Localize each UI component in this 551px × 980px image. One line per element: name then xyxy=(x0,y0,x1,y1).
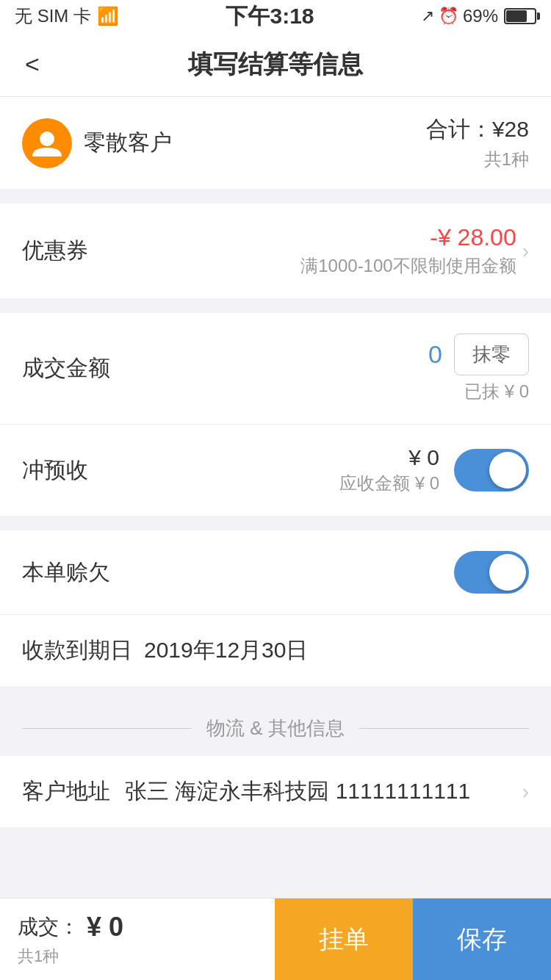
transaction-row: 成交金额 抹零 已抹 ¥ 0 xyxy=(0,313,551,425)
nav-bar: < 填写结算等信息 xyxy=(0,32,551,97)
bottom-deal-label: 成交： xyxy=(18,913,79,941)
location-icon: ↗ xyxy=(421,7,434,26)
coupon-amount: -¥ 28.00 xyxy=(300,224,516,251)
back-button[interactable]: < xyxy=(18,43,47,86)
bottom-info: 成交： ¥ 0 共1种 xyxy=(0,912,275,968)
total-count: 共1种 xyxy=(426,148,529,171)
debt-row: 本单赊欠 xyxy=(0,530,551,614)
battery-icon xyxy=(504,8,536,24)
prereceive-amount: ¥ 0 xyxy=(408,445,439,470)
header-line-left xyxy=(22,728,192,729)
address-label: 客户地址 xyxy=(22,777,110,807)
customer-right: 合计：¥28 共1种 xyxy=(426,115,529,171)
coupon-desc: 满1000-100不限制使用金额 xyxy=(300,254,516,278)
bottom-bar: 成交： ¥ 0 共1种 挂单 保存 xyxy=(0,898,551,980)
header-line-right xyxy=(359,728,529,729)
toggle-knob xyxy=(489,452,526,489)
user-icon xyxy=(31,127,63,159)
coupon-section: 优惠券 -¥ 28.00 满1000-100不限制使用金额 › xyxy=(0,203,551,298)
address-chevron-icon: › xyxy=(522,780,529,804)
prereceive-right: ¥ 0 应收金额 ¥ 0 xyxy=(339,445,529,495)
bottom-count: 共1种 xyxy=(18,945,257,968)
hold-button[interactable]: 挂单 xyxy=(275,898,413,981)
coupon-label: 优惠券 xyxy=(22,236,88,266)
chevron-right-icon: › xyxy=(522,239,529,263)
section-gap-3 xyxy=(0,516,551,530)
debt-section: 本单赊欠 收款到期日 2019年12月30日 xyxy=(0,530,551,686)
duedate-label: 收款到期日 xyxy=(22,635,132,666)
total-amount: 合计：¥28 xyxy=(426,115,529,145)
status-right: ↗ ⏰ 69% xyxy=(421,6,536,26)
transaction-input[interactable] xyxy=(130,340,442,369)
status-left: 无 SIM 卡 📶 xyxy=(15,4,119,28)
prereceive-row: 冲预收 ¥ 0 应收金额 ¥ 0 xyxy=(0,425,551,516)
logistics-header: 物流 & 其他信息 xyxy=(0,701,551,756)
coupon-row[interactable]: 优惠券 -¥ 28.00 满1000-100不限制使用金额 › xyxy=(0,203,551,298)
logistics-label: 物流 & 其他信息 xyxy=(206,716,345,741)
debt-toggle[interactable] xyxy=(454,551,529,594)
customer-left: 零散客户 xyxy=(22,118,172,168)
prereceive-sub: 应收金额 ¥ 0 xyxy=(339,472,439,495)
battery-percent: 69% xyxy=(463,6,498,26)
section-gap-2 xyxy=(0,298,551,313)
duedate-row: 收款到期日 2019年12月30日 xyxy=(0,614,551,686)
amount-row-top: 抹零 xyxy=(130,334,529,375)
bottom-deal-amount: ¥ 0 xyxy=(87,912,123,943)
coupon-right: -¥ 28.00 满1000-100不限制使用金额 xyxy=(300,224,516,278)
section-gap-1 xyxy=(0,189,551,203)
customer-avatar xyxy=(22,118,72,168)
page-title: 填写结算等信息 xyxy=(188,48,363,82)
address-value: 张三 海淀永丰科技园 11111111111 xyxy=(125,777,516,807)
customer-name: 零散客户 xyxy=(84,128,172,158)
transaction-sub: 已抹 ¥ 0 xyxy=(464,380,529,403)
prereceive-toggle[interactable] xyxy=(454,449,529,491)
status-bar: 无 SIM 卡 📶 下午3:18 ↗ ⏰ 69% xyxy=(0,0,551,32)
wifi-icon: 📶 xyxy=(97,6,119,26)
duedate-value: 2019年12月30日 xyxy=(144,635,308,666)
transaction-section: 成交金额 抹零 已抹 ¥ 0 冲预收 ¥ 0 应收金额 ¥ 0 xyxy=(0,313,551,516)
customer-section: 零散客户 合计：¥28 共1种 xyxy=(0,97,551,189)
transaction-right: 抹零 已抹 ¥ 0 xyxy=(130,334,529,403)
carrier-text: 无 SIM 卡 xyxy=(15,4,91,28)
prereceive-amounts: ¥ 0 应收金额 ¥ 0 xyxy=(339,445,439,495)
address-row[interactable]: 客户地址 张三 海淀永丰科技园 11111111111 › xyxy=(0,756,551,827)
section-gap-4 xyxy=(0,686,551,701)
alarm-icon: ⏰ xyxy=(439,7,458,26)
svg-point-0 xyxy=(40,131,54,146)
transaction-label: 成交金额 xyxy=(22,353,110,383)
debt-toggle-knob xyxy=(489,554,526,591)
debt-label: 本单赊欠 xyxy=(22,558,110,588)
prereceive-label: 冲预收 xyxy=(22,455,88,486)
round-off-button[interactable]: 抹零 xyxy=(454,334,529,375)
status-time: 下午3:18 xyxy=(226,1,314,32)
content: 零散客户 合计：¥28 共1种 优惠券 -¥ 28.00 满1000-100不限… xyxy=(0,97,551,980)
save-button[interactable]: 保存 xyxy=(413,898,551,981)
bottom-deal: 成交： ¥ 0 xyxy=(18,912,257,943)
